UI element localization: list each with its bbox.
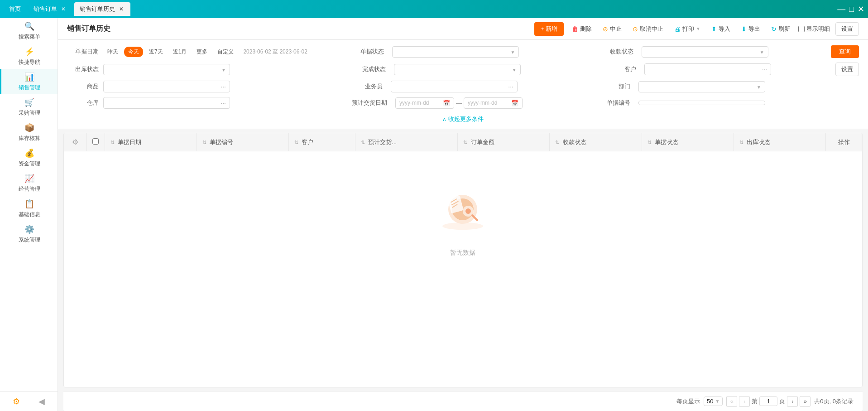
query-button[interactable]: 查询 [831, 45, 859, 58]
order-no-sort-icon[interactable] [202, 139, 208, 145]
display-toggle[interactable]: 显示明细 [798, 25, 830, 33]
order-status-select[interactable] [392, 46, 519, 58]
tab-sales-order-history-close[interactable]: ✕ [118, 5, 125, 13]
print-dropdown-icon[interactable]: ▼ [696, 26, 700, 31]
basic-info-icon: 📋 [24, 199, 34, 209]
select-all-checkbox[interactable] [92, 138, 99, 145]
sidebar-item-ops-mgmt[interactable]: 📈 经营管理 [0, 170, 58, 196]
main-layout: 🔍 搜索菜单 ⚡ 快捷导航 📊 销售管理 🛒 采购管理 📦 库存核算 💰 资金管… [0, 18, 868, 411]
warehouse-input[interactable]: ··· [103, 97, 230, 109]
table-container: ⚙ 单据日期 单据编号 [63, 133, 863, 387]
sidebar-item-finance-mgmt[interactable]: 💰 资金管理 [0, 145, 58, 170]
order-status-sort-icon[interactable] [647, 139, 653, 145]
page-label-after: 页 [779, 397, 785, 406]
refresh-button[interactable]: ↻ 刷新 [768, 23, 793, 35]
date-tag-7days[interactable]: 近7天 [145, 47, 167, 57]
goods-content: ··· [103, 81, 324, 92]
date-tag-custom[interactable]: 自定义 [213, 47, 238, 57]
tab-list: 首页 销售订单 ✕ 销售订单历史 ✕ [4, 2, 835, 16]
sales-mgmt-icon: 📊 [24, 72, 34, 82]
sidebar-settings-btn[interactable]: ⚙ [13, 396, 20, 406]
order-no-input[interactable] [638, 101, 765, 105]
sidebar-item-sales-mgmt[interactable]: 📊 销售管理 [0, 69, 58, 94]
export-label: 导出 [748, 25, 760, 33]
sidebar-item-quick-nav[interactable]: ⚡ 快捷导航 [0, 44, 58, 69]
refresh-label: 刷新 [778, 25, 790, 33]
sys-mgmt-icon: ⚙️ [24, 224, 34, 234]
sidebar-collapse-btn[interactable]: ◀ [38, 396, 45, 406]
dept-select[interactable] [638, 81, 765, 92]
delivery-status-sort-icon[interactable] [739, 139, 745, 145]
tab-home-label: 首页 [9, 5, 21, 13]
payment-status-sort-icon[interactable] [555, 139, 561, 145]
cancel-stop-button[interactable]: ⊙ 取消中止 [630, 23, 666, 35]
expected-delivery-sort-icon[interactable] [361, 139, 367, 145]
print-label: 打印 [682, 25, 694, 33]
tab-sales-order[interactable]: 销售订单 ✕ [28, 2, 72, 16]
salesperson-input[interactable]: ··· [391, 81, 518, 92]
delivery-status-select[interactable] [103, 64, 230, 75]
date-from-placeholder: yyyy-mm-dd [399, 100, 429, 106]
warehouse-ellipsis-icon[interactable]: ··· [221, 99, 226, 106]
date-tag-yesterday[interactable]: 昨天 [103, 47, 122, 57]
complete-status-select[interactable] [394, 64, 521, 75]
stop-label: 中止 [610, 25, 622, 33]
goods-input[interactable]: ··· [103, 81, 230, 92]
settings-button[interactable]: 设置 [835, 22, 859, 36]
stop-button[interactable]: ⊘ 中止 [600, 23, 624, 35]
delete-button[interactable]: 🗑 删除 [569, 23, 595, 35]
salesperson-ellipsis-icon[interactable]: ··· [508, 83, 513, 90]
collapse-filter-row[interactable]: ∧ 收起更多条件 [67, 113, 859, 123]
sidebar-item-inventory-mgmt[interactable]: 📦 库存核算 [0, 120, 58, 145]
table-header-row: ⚙ 单据日期 单据编号 [64, 133, 862, 151]
payment-status-select[interactable] [642, 46, 768, 58]
current-page-input[interactable] [759, 396, 777, 406]
payment-status-chevron-icon [760, 48, 764, 55]
order-status-label: 单据状态 [352, 48, 388, 56]
table-settings-icon[interactable]: ⚙ [72, 138, 78, 146]
settings-button-2[interactable]: 设置 [835, 63, 859, 76]
expected-date-to[interactable]: yyyy-mm-dd 📅 [464, 97, 523, 109]
amount-sort-icon[interactable] [463, 139, 469, 145]
th-date: 单据日期 [105, 133, 197, 151]
next-page-btn[interactable]: › [787, 396, 798, 407]
tab-home[interactable]: 首页 [4, 2, 26, 16]
expected-date-from[interactable]: yyyy-mm-dd 📅 [395, 97, 454, 109]
goods-ellipsis-icon[interactable]: ··· [221, 83, 226, 90]
date-tag-1month[interactable]: 近1月 [169, 47, 191, 57]
date-sort-icon[interactable] [110, 139, 116, 145]
customer-sort-icon[interactable] [294, 139, 300, 145]
customer-ellipsis-icon[interactable]: ··· [762, 66, 767, 73]
minimize-btn[interactable]: — [837, 5, 845, 14]
tab-sales-order-history[interactable]: 销售订单历史 ✕ [74, 2, 130, 16]
export-button[interactable]: ⬇ 导出 [739, 23, 763, 35]
expected-date-label: 预计交货日期 [351, 99, 392, 107]
sidebar: 🔍 搜索菜单 ⚡ 快捷导航 📊 销售管理 🛒 采购管理 📦 库存核算 💰 资金管… [0, 18, 58, 411]
page-size-select[interactable]: 50 ▼ [704, 396, 723, 406]
customer-input[interactable]: ··· [644, 63, 771, 75]
sidebar-item-basic-info[interactable]: 📋 基础信息 [0, 196, 58, 221]
page-size-dropdown-icon: ▼ [715, 399, 719, 404]
maximize-btn[interactable]: □ [849, 5, 854, 14]
page-label-before: 第 [752, 397, 758, 406]
close-btn[interactable]: ✕ [858, 4, 864, 14]
page-total: 共0页, 0条记录 [814, 397, 854, 406]
collapse-up-icon: ∧ [442, 116, 446, 122]
prev-page-btn[interactable]: ‹ [739, 396, 750, 407]
sidebar-item-search-menu[interactable]: 🔍 搜索菜单 [0, 18, 58, 44]
last-page-btn[interactable]: » [800, 396, 810, 407]
sidebar-item-sys-mgmt[interactable]: ⚙️ 系统管理 [0, 221, 58, 247]
delivery-status-label: 出库状态 [67, 65, 103, 73]
sidebar-item-purchase-mgmt[interactable]: 🛒 采购管理 [0, 94, 58, 120]
ops-mgmt-icon: 📈 [24, 174, 34, 184]
import-button[interactable]: ⬆ 导入 [709, 23, 733, 35]
print-button[interactable]: 🖨 打印 ▼ [671, 23, 703, 35]
collapse-label: 收起更多条件 [448, 115, 484, 123]
first-page-btn[interactable]: « [726, 396, 737, 407]
date-tag-more[interactable]: 更多 [192, 47, 211, 57]
display-toggle-checkbox[interactable] [798, 26, 805, 32]
th-payment-status: 收款状态 [550, 133, 642, 151]
tab-sales-order-close[interactable]: ✕ [60, 5, 67, 13]
date-tag-today[interactable]: 今天 [124, 47, 143, 57]
add-button[interactable]: + 新增 [534, 22, 564, 36]
